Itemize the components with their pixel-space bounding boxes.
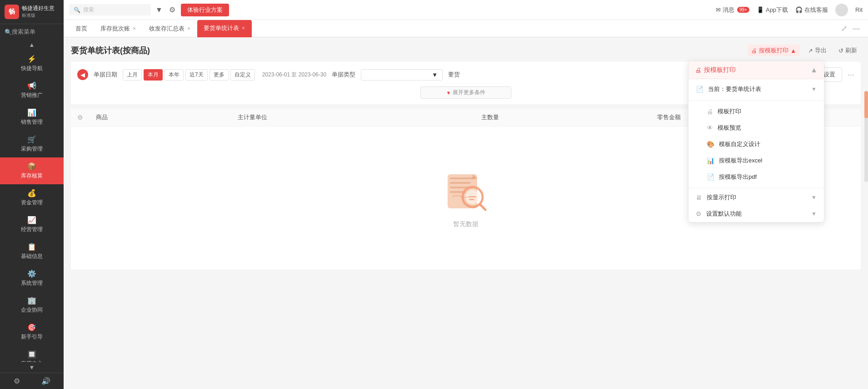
current-template-label: 当前：要货单统计表 (708, 85, 807, 93)
sidebar-item-system[interactable]: ⚙️ 系统管理 (0, 265, 64, 292)
refresh-label: 刷新 (845, 46, 857, 55)
date-prev-month-btn[interactable]: 上月 (123, 69, 142, 81)
tabs-bar: 首页 库存批次账 × 收发存汇总表 × 要货单统计表 × ⤢ — (64, 20, 868, 37)
sidebar-item-basic[interactable]: 📋 基础信息 (0, 238, 64, 265)
date-filter-label: 单据日期 (94, 71, 117, 79)
dropdown-export-excel[interactable]: 📊 按模板导出excel (688, 152, 824, 169)
tab-order-stats-close[interactable]: × (242, 25, 245, 31)
online-service-label: 在线客服 (804, 6, 828, 14)
dropdown-template-design[interactable]: 🎨 模板自定义设计 (688, 136, 824, 152)
tabs-expand-btn[interactable]: ⤢ (838, 22, 850, 35)
date-current-month-btn[interactable]: 本月 (144, 69, 163, 81)
sidebar-item-quick-nav[interactable]: ⚡ 快捷导航 (0, 50, 64, 77)
tab-receipt-summary-close[interactable]: × (187, 25, 190, 32)
sidebar-item-marketing[interactable]: 📢 营销推广 (0, 77, 64, 104)
dropdown-default-func[interactable]: ⚙ 设置默认功能 ▼ (688, 206, 824, 222)
sidebar-item-app-center[interactable]: 🔲 应用中心 (0, 345, 64, 362)
table-col-settings-btn[interactable]: ⚙ (77, 114, 83, 121)
help-footer-btn[interactable]: 🔊 (41, 377, 50, 385)
sidebar-item-sales[interactable]: 📊 销售管理 (0, 104, 64, 131)
settings-footer-btn[interactable]: ⚙ (14, 377, 20, 385)
trial-industry-btn[interactable]: 体验行业方案 (181, 4, 229, 16)
tab-order-stats[interactable]: 要货单统计表 × (197, 20, 252, 37)
yh-label: 要货 (448, 71, 460, 79)
dropdown-title: 🖨 按模板打印 (695, 66, 736, 74)
svg-rect-2 (450, 182, 470, 184)
date-current-year-btn[interactable]: 本年 (165, 69, 184, 81)
sidebar-item-label: 资金管理 (21, 199, 43, 207)
topbar-nav-dropdown[interactable]: ▼ (154, 4, 165, 16)
right-scrollbar-thumb[interactable] (864, 91, 868, 118)
template-preview-label: 模板预览 (718, 124, 741, 132)
sidebar-item-label: 系统管理 (21, 279, 43, 287)
expand-more-btn[interactable]: ▼ 展开更多条件 (420, 86, 511, 99)
user-avatar[interactable] (835, 4, 848, 16)
template-print-dropdown: 🖨 按模板打印 ▲ 📄 当前：要货单统计表 ▼ (688, 61, 824, 222)
topbar: 🔍 搜索 ▼ ⚙ 体验行业方案 ✉ 消息 99+ 📱 App下载 🎧 在线客服 … (64, 0, 868, 20)
message-icon: ✉ (716, 6, 721, 13)
page-header: 要货单统计表(按商品) 🖨 按模板打印 ▲ ↗ 导出 ↺ 刷新 (71, 45, 861, 56)
sidebar: 畅 畅捷通好生意 标准版 🔍 搜索菜单 ▲ ⚡ 快捷导航 📢 营销推广 📊 销售… (0, 0, 64, 389)
topbar-settings-btn[interactable]: ⚙ (167, 4, 177, 16)
svg-line-7 (480, 204, 485, 210)
date-more-btn[interactable]: 更多 (210, 69, 229, 81)
template-print-item-icon: 🖨 (707, 108, 713, 115)
export-icon: ↗ (808, 47, 813, 54)
tabs-minimize-btn[interactable]: — (850, 23, 863, 35)
message-badge: 99+ (737, 7, 749, 13)
online-service-btn[interactable]: 🎧 在线客服 (795, 6, 828, 14)
export-btn[interactable]: ↗ 导出 (804, 45, 830, 56)
dropdown-current-item[interactable]: 📄 当前：要货单统计表 ▼ (688, 81, 824, 97)
dropdown-close-btn[interactable]: ▲ (810, 66, 818, 74)
dropdown-export-pdf[interactable]: 📄 按模板导出pdf (688, 169, 824, 185)
sales-icon: 📊 (27, 108, 36, 117)
date-last-7-days-btn[interactable]: 近7天 (185, 69, 208, 81)
sidebar-item-purchase[interactable]: 🛒 采购管理 (0, 131, 64, 157)
collapse-filter-btn[interactable]: ◀ (77, 69, 88, 80)
sidebar-search[interactable]: 🔍 搜索菜单 (0, 24, 64, 40)
tab-home[interactable]: 首页 (69, 20, 94, 37)
username-label: Rit (855, 6, 863, 13)
more-options-btn[interactable]: ··· (848, 70, 854, 80)
sidebar-item-label: 采购管理 (21, 145, 43, 153)
current-template-icon: 📄 (696, 86, 703, 93)
date-range-display: 2023-06-01 至 2023-06-30 (262, 71, 326, 79)
date-custom-btn[interactable]: 自定义 (230, 69, 255, 81)
right-scrollbar[interactable] (864, 91, 868, 182)
order-type-select[interactable]: ▼ (361, 69, 443, 81)
sidebar-item-enterprise[interactable]: 🏢 企业协同 (0, 292, 64, 318)
topbar-right: ✉ 消息 99+ 📱 App下载 🎧 在线客服 Rit (716, 4, 863, 16)
empty-state-text: 暂无数据 (453, 220, 479, 228)
template-print-label: 按模板打印 (759, 46, 788, 55)
sidebar-item-label: 基础信息 (21, 253, 43, 260)
tab-receipt-summary[interactable]: 收发存汇总表 × (143, 20, 197, 37)
default-func-arrow: ▼ (811, 211, 817, 217)
current-template-arrow: ▼ (811, 86, 817, 92)
dropdown-display-print[interactable]: 🖥 按显示打印 ▼ (688, 189, 824, 206)
tab-order-stats-label: 要货单统计表 (204, 24, 239, 32)
dropdown-template-print[interactable]: 🖨 模板打印 (688, 103, 824, 120)
default-func-icon: ⚙ (696, 210, 702, 217)
tab-inventory-batch-close[interactable]: × (133, 25, 136, 32)
dropdown-template-preview[interactable]: 👁 模板预览 (688, 120, 824, 136)
message-btn[interactable]: ✉ 消息 99+ (716, 6, 749, 14)
empty-state-illustration (439, 167, 493, 213)
page-title: 要货单统计表(按商品) (71, 45, 150, 56)
sidebar-scroll-up[interactable]: ▲ (0, 40, 64, 50)
app-download-btn[interactable]: 📱 App下载 (757, 6, 788, 14)
expand-icon: ▼ (446, 90, 451, 96)
page-content: 要货单统计表(按商品) 🖨 按模板打印 ▲ ↗ 导出 ↺ 刷新 (64, 37, 868, 389)
sidebar-item-label: 营销推广 (21, 91, 43, 99)
sidebar-item-inventory[interactable]: 📦 库存核算 (0, 157, 64, 184)
sidebar-item-operation[interactable]: 📈 经营管理 (0, 211, 64, 238)
export-label: 导出 (815, 46, 827, 55)
sidebar-item-guide[interactable]: 🎯 新手引导 (0, 318, 64, 345)
refresh-btn[interactable]: ↺ 刷新 (835, 45, 861, 56)
topbar-search[interactable]: 🔍 搜索 (69, 4, 151, 15)
template-design-label: 模板自定义设计 (719, 140, 760, 148)
template-print-btn[interactable]: 🖨 按模板打印 ▲ (748, 45, 800, 56)
tab-inventory-batch[interactable]: 库存批次账 × (94, 20, 143, 37)
sidebar-item-finance[interactable]: 💰 资金管理 (0, 184, 64, 211)
sidebar-scroll-down[interactable]: ▼ (0, 362, 64, 373)
message-label: 消息 (723, 6, 734, 14)
